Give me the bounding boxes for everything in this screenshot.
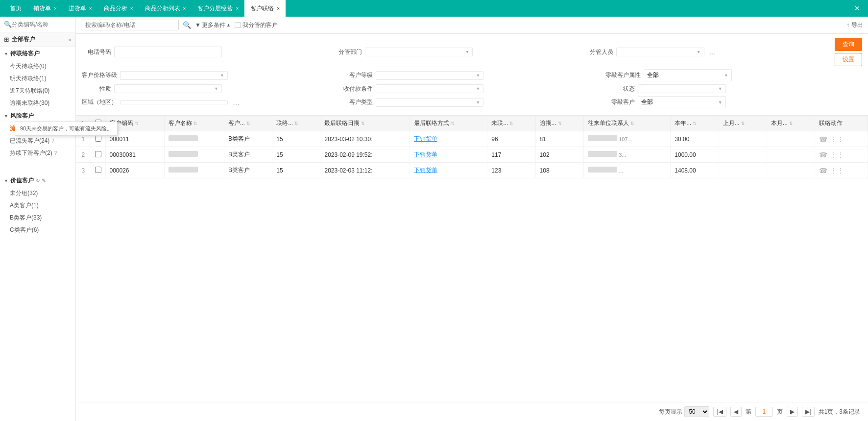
row-checkbox[interactable] bbox=[95, 151, 101, 157]
sidebar-item-today-pending[interactable]: 今天待联络(0) bbox=[0, 60, 75, 73]
tab-product-analysis-list[interactable]: 商品分析列表 × bbox=[139, 0, 192, 17]
tab-purchase-order[interactable]: 进货单 × bbox=[63, 0, 98, 17]
question-icon-2: ? bbox=[54, 150, 57, 156]
phone-input[interactable] bbox=[114, 47, 222, 57]
gender-select[interactable]: ▼ bbox=[114, 84, 222, 93]
row-checkbox[interactable] bbox=[95, 167, 101, 173]
sort-icon-3[interactable]: ⇅ bbox=[246, 121, 250, 126]
sidebar-item-class-b[interactable]: B类客户(33) bbox=[0, 212, 75, 224]
customer-type-select[interactable]: ▼ bbox=[376, 98, 483, 107]
last-contact-method[interactable]: 下销货单 bbox=[410, 147, 487, 163]
action-cell: ☎ ⋮⋮ bbox=[815, 147, 868, 163]
sidebar-item-class-a[interactable]: A类客户(1) bbox=[0, 199, 75, 212]
window-close-button[interactable]: ✕ bbox=[850, 4, 864, 12]
per-page-select[interactable]: 50 100 200 bbox=[684, 406, 709, 417]
customer-level-select[interactable]: ▼ bbox=[376, 71, 483, 80]
arrow-down-icon: ▼ bbox=[4, 51, 8, 56]
tab-sales-order[interactable]: 销货单 × bbox=[27, 0, 63, 17]
contact-count: 15 bbox=[272, 131, 320, 147]
zero-customer-select[interactable]: 全部 ▼ bbox=[638, 96, 726, 108]
table-row: 1 000011 B类客户 15 2023-03-02 10:30: 下销货单 … bbox=[76, 131, 868, 147]
zero-attr-select[interactable]: 全部 ▼ bbox=[644, 69, 732, 81]
customers-table: ⚙ 客户编码⇅ 客户名称⇅ 客户...⇅ 联络...⇅ 最后联络日期⇅ 最后联络… bbox=[76, 116, 868, 178]
search-button[interactable]: 🔍 bbox=[183, 21, 191, 29]
row-checkbox[interactable] bbox=[95, 135, 101, 142]
region-select[interactable] bbox=[120, 100, 228, 104]
contact-action-icon[interactable]: ☎ bbox=[819, 167, 827, 174]
sort-icon-9[interactable]: ⇅ bbox=[630, 121, 634, 126]
manager-select[interactable]: ▼ bbox=[616, 48, 704, 56]
export-button[interactable]: ↑ 导出 bbox=[846, 21, 863, 29]
sidebar-item-tomorrow-pending[interactable]: 明天待联络(1) bbox=[0, 73, 75, 85]
sort-icon-11[interactable]: ⇅ bbox=[741, 121, 745, 126]
last-contact-date: 2023-02-03 11:12: bbox=[320, 163, 410, 178]
more-action-icon[interactable]: ⋮⋮ bbox=[830, 135, 844, 143]
sort-icon-4[interactable]: ⇅ bbox=[294, 121, 298, 126]
refresh-icon[interactable]: ↻ bbox=[36, 178, 40, 183]
sidebar: 🔍 ⊞ 全部客户 « ▼ 待联络客户 今天待联络(0) 明天待联络(1) 近7天… bbox=[0, 17, 76, 421]
dept-select[interactable]: ▼ bbox=[365, 48, 473, 56]
sort-icon-7[interactable]: ⇅ bbox=[509, 121, 513, 126]
manager-more-btn[interactable]: … bbox=[707, 48, 718, 56]
sidebar-group-pending-contact[interactable]: ▼ 待联络客户 bbox=[0, 47, 75, 60]
prev-page-button[interactable]: ◀ bbox=[730, 407, 742, 417]
sort-icon-2[interactable]: ⇅ bbox=[193, 121, 197, 126]
uncontacted-days: 96 bbox=[487, 131, 535, 147]
more-conditions-toggle[interactable]: ▼ 更多条件 ▲ bbox=[195, 21, 231, 29]
tab-customer-tier[interactable]: 客户分层经营 × bbox=[192, 0, 244, 17]
edit-icon[interactable]: ✎ bbox=[42, 178, 46, 183]
customer-level-label: 客户等级 bbox=[343, 71, 373, 79]
sidebar-item-7day-pending[interactable]: 近7天待联络(0) bbox=[0, 85, 75, 97]
manager-label: 分管人员 bbox=[584, 48, 613, 56]
row-checkbox-cell[interactable] bbox=[91, 163, 105, 178]
sort-icon-10[interactable]: ⇅ bbox=[693, 121, 697, 126]
tab-product-analysis[interactable]: 商品分析 × bbox=[98, 0, 139, 17]
last-contact-method[interactable]: 下销货单 bbox=[410, 131, 487, 147]
close-tab-sales-order[interactable]: × bbox=[54, 6, 57, 11]
last-page-button[interactable]: ▶| bbox=[802, 407, 815, 417]
settings-button[interactable]: 设置 bbox=[835, 53, 862, 66]
sort-icon-12[interactable]: ⇅ bbox=[789, 121, 793, 126]
sidebar-item-ungrouped[interactable]: 未分组(32) bbox=[0, 187, 75, 199]
close-tab-customer-contact[interactable]: × bbox=[277, 6, 280, 11]
filter-phone: 电话号码 bbox=[82, 47, 328, 57]
next-page-button[interactable]: ▶ bbox=[787, 407, 798, 417]
search-input[interactable] bbox=[81, 20, 179, 30]
payment-select[interactable]: ▼ bbox=[376, 84, 483, 93]
sort-icon-6[interactable]: ⇅ bbox=[451, 121, 455, 126]
sidebar-item-overdue-contact[interactable]: 逾期未联络(30) bbox=[0, 97, 75, 109]
query-button[interactable]: 查询 bbox=[835, 38, 862, 51]
contact-action-icon[interactable]: ☎ bbox=[819, 151, 827, 159]
sort-icon-8[interactable]: ⇅ bbox=[558, 121, 562, 126]
close-tab-product-analysis[interactable]: × bbox=[130, 6, 133, 11]
first-page-button[interactable]: |◀ bbox=[713, 407, 726, 417]
tab-customer-contact[interactable]: 客户联络 × bbox=[244, 0, 286, 17]
region-more-btn[interactable]: … bbox=[231, 99, 241, 106]
sidebar-item-class-c[interactable]: C类客户(6) bbox=[0, 224, 75, 236]
tab-home[interactable]: 首页 bbox=[4, 0, 27, 17]
status-select[interactable]: ▼ bbox=[638, 84, 726, 93]
price-level-select[interactable]: ▼ bbox=[120, 71, 228, 80]
close-tab-product-analysis-list[interactable]: × bbox=[183, 6, 186, 11]
page-number-input[interactable] bbox=[755, 407, 773, 417]
more-action-icon[interactable]: ⋮⋮ bbox=[830, 167, 844, 174]
sort-icon-5[interactable]: ⇅ bbox=[361, 121, 365, 126]
manager-select-arrow: ▼ bbox=[697, 50, 701, 54]
sidebar-group-risk-customers[interactable]: ▼ 风险客户 bbox=[0, 109, 75, 123]
status-arrow: ▼ bbox=[718, 86, 723, 91]
contact-action-icon[interactable]: ☎ bbox=[819, 135, 827, 143]
last-contact-method[interactable]: 下销货单 bbox=[410, 163, 487, 178]
row-checkbox-cell[interactable] bbox=[91, 147, 105, 163]
close-tab-customer-tier[interactable]: × bbox=[236, 6, 239, 11]
sidebar-item-churned[interactable]: 已流失客户(24) ? bbox=[0, 135, 75, 147]
more-action-icon[interactable]: ⋮⋮ bbox=[830, 151, 844, 159]
close-tab-purchase-order[interactable]: × bbox=[89, 6, 92, 11]
sidebar-all-customers[interactable]: ⊞ 全部客户 « bbox=[0, 32, 75, 47]
sort-icon[interactable]: ⇅ bbox=[135, 121, 139, 126]
sidebar-item-declining[interactable]: 持续下滑客户(2) ? bbox=[0, 147, 75, 159]
sidebar-collapse-btn[interactable]: « bbox=[68, 36, 72, 43]
sidebar-group-value-customers[interactable]: ▼ 价值客户 ↻ ✎ bbox=[0, 174, 75, 187]
my-customers-filter[interactable]: 我分管的客户 bbox=[235, 21, 278, 29]
sidebar-search-input[interactable] bbox=[12, 21, 76, 28]
my-customers-checkbox[interactable] bbox=[235, 22, 241, 28]
